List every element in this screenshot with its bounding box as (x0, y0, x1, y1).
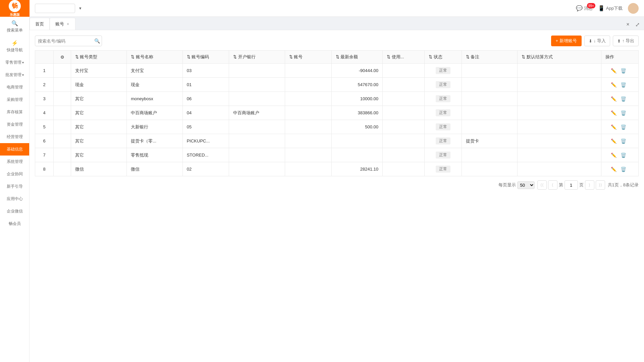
th-account-type[interactable]: ⇅ 账号类型 (71, 51, 126, 64)
cell-code: PICKUPC... (182, 134, 229, 148)
sidebar-item-system-manage[interactable]: 系统管理 (0, 156, 29, 168)
th-status[interactable]: ⇅ 状态 (424, 51, 462, 64)
search-input[interactable] (38, 39, 94, 44)
app-download-button[interactable]: 📱 App下载 (598, 5, 623, 11)
page-number-input[interactable] (565, 180, 578, 190)
page-first-button[interactable]: ⟨⟨ (537, 180, 547, 190)
sidebar-item-enterprise-wechat[interactable]: 企业微信 (0, 205, 29, 218)
sidebar-item-ecommerce-manage[interactable]: 电商管理 (0, 81, 29, 94)
import-icon: ⬇ (589, 39, 592, 44)
cell-settings (54, 106, 71, 120)
th-balance[interactable]: ⇅ 最新余额 (331, 51, 383, 64)
th-payment[interactable]: ⇅ 默认结算方式 (518, 51, 601, 64)
th-account-name[interactable]: ⇅ 账号名称 (127, 51, 182, 64)
cell-use (383, 106, 425, 120)
cell-status: 正常 (424, 120, 462, 134)
delete-button[interactable]: 🗑️ (621, 153, 626, 158)
page-size-dropdown[interactable]: 50 100 200 (517, 181, 535, 189)
th-settings[interactable]: ⚙ (54, 51, 71, 64)
th-bank[interactable]: ⇅ 开户银行 (229, 51, 285, 64)
table-row: 6 其它 提货卡（零... PICKUPC... 正常 提货卡 ✏️ 🗑️ (35, 134, 639, 148)
tab-maximize-button[interactable]: ⤢ (633, 20, 641, 28)
delete-button[interactable]: 🗑️ (621, 124, 626, 130)
account-table: ⚙ ⇅ 账号类型 ⇅ 账号名称 ⇅ 账号编码 ⇅ (35, 50, 639, 176)
page-nav: ⟨⟨ ⟨ 第 页 ⟩ ⟩⟩ (537, 180, 605, 190)
sidebar-item-wholesale-manage[interactable]: 批发管理 ▾ (0, 69, 29, 81)
content-area: 🔍 + 新增账号 ⬇ ↓ 导入 ⬆ ↑ 导出 (30, 30, 644, 362)
edit-button[interactable]: ✏️ (611, 124, 616, 130)
sidebar-item-fund-manage[interactable]: 资金管理 (0, 118, 29, 131)
sidebar-item-vip-member[interactable]: 畅会员 (0, 218, 29, 230)
user-avatar[interactable] (628, 3, 639, 14)
tab-close-button[interactable]: × (66, 21, 70, 27)
delete-button[interactable]: 🗑️ (621, 68, 626, 73)
cell-remark (462, 78, 517, 92)
toolbar-right: + 新增账号 ⬇ ↓ 导入 ⬆ ↑ 导出 (551, 36, 639, 46)
sidebar-item-basic-info[interactable]: 基础信息 (0, 143, 29, 156)
tab-close-all-button[interactable]: × (624, 20, 632, 28)
cell-account-no (285, 120, 331, 134)
cell-name: 现金 (127, 78, 182, 92)
tab-home[interactable]: 首页 (30, 18, 50, 30)
delete-button[interactable]: 🗑️ (621, 138, 626, 144)
cell-code: 04 (182, 106, 229, 120)
cell-name: moneybosx (127, 92, 182, 106)
th-use[interactable]: ⇅ 使用... (383, 51, 425, 64)
sidebar-item-quick-nav[interactable]: ⚡ 快捷导航 (0, 37, 29, 56)
sidebar-item-retail-manage[interactable]: 零售管理 ▾ (0, 56, 29, 69)
header-dropdown[interactable]: ▾ (79, 6, 82, 11)
edit-button[interactable]: ✏️ (611, 153, 616, 158)
edit-button[interactable]: ✏️ (611, 96, 616, 102)
cell-action: ✏️ 🗑️ (601, 162, 638, 176)
cell-bank (229, 78, 285, 92)
cell-payment (518, 120, 601, 134)
cell-settings (54, 120, 71, 134)
sidebar-item-operation-manage[interactable]: 经营管理 (0, 131, 29, 143)
edit-button[interactable]: ✏️ (611, 68, 616, 73)
sidebar-item-enterprise-protocol[interactable]: 企业协同 (0, 168, 29, 180)
th-account-code[interactable]: ⇅ 账号编码 (182, 51, 229, 64)
delete-button[interactable]: 🗑️ (621, 82, 626, 87)
settings-icon: ⚙ (60, 55, 64, 60)
edit-button[interactable]: ✏️ (611, 82, 616, 87)
search-icon[interactable]: 🔍 (94, 38, 100, 44)
sidebar-item-newbie-guide[interactable]: 新手引导 (0, 180, 29, 193)
export-icon: ⬆ (617, 39, 621, 44)
th-account-no[interactable]: ⇅ 账号 (285, 51, 331, 64)
edit-button[interactable]: ✏️ (611, 110, 616, 116)
delete-button[interactable]: 🗑️ (621, 96, 626, 102)
cell-use (383, 162, 425, 176)
cell-bank: 中百商场账户 (229, 106, 285, 120)
cell-settings (54, 162, 71, 176)
export-button[interactable]: ⬆ ↑ 导出 (613, 36, 639, 46)
import-button[interactable]: ⬇ ↓ 导入 (584, 36, 610, 46)
edit-button[interactable]: ✏️ (611, 167, 616, 172)
sidebar-item-app-center[interactable]: 应用中心 (0, 193, 29, 205)
delete-button[interactable]: 🗑️ (621, 167, 626, 172)
cell-action: ✏️ 🗑️ (601, 134, 638, 148)
cell-code: 03 (182, 64, 229, 78)
sidebar-item-search-menu[interactable]: 🔍 搜索菜单 (0, 17, 29, 37)
cell-use (383, 92, 425, 106)
tab-account[interactable]: 账号 × (50, 18, 75, 30)
th-remark[interactable]: ⇅ 备注 (462, 51, 517, 64)
cell-action: ✏️ 🗑️ (601, 106, 638, 120)
cell-account-no (285, 92, 331, 106)
message-button[interactable]: 💬 消息 99+ (576, 5, 593, 11)
cell-type: 现金 (71, 78, 126, 92)
add-account-button[interactable]: + 新增账号 (551, 36, 582, 46)
cell-code: 02 (182, 162, 229, 176)
sidebar-item-inventory-calc[interactable]: 库存核算 (0, 106, 29, 118)
cell-bank (229, 64, 285, 78)
header-search-input[interactable] (35, 4, 75, 13)
page-prev-button[interactable]: ⟨ (548, 180, 557, 190)
table-row: 8 微信 微信 02 28241.10 正常 ✏️ 🗑️ (35, 162, 639, 176)
delete-button[interactable]: 🗑️ (621, 110, 626, 116)
page-next-button[interactable]: ⟩ (585, 180, 594, 190)
edit-button[interactable]: ✏️ (611, 138, 616, 144)
cell-action: ✏️ 🗑️ (601, 78, 638, 92)
page-last-button[interactable]: ⟩⟩ (596, 180, 605, 190)
cell-index: 4 (35, 106, 54, 120)
sidebar-item-purchase-manage[interactable]: 采购管理 (0, 94, 29, 106)
status-badge: 正常 (436, 137, 450, 144)
